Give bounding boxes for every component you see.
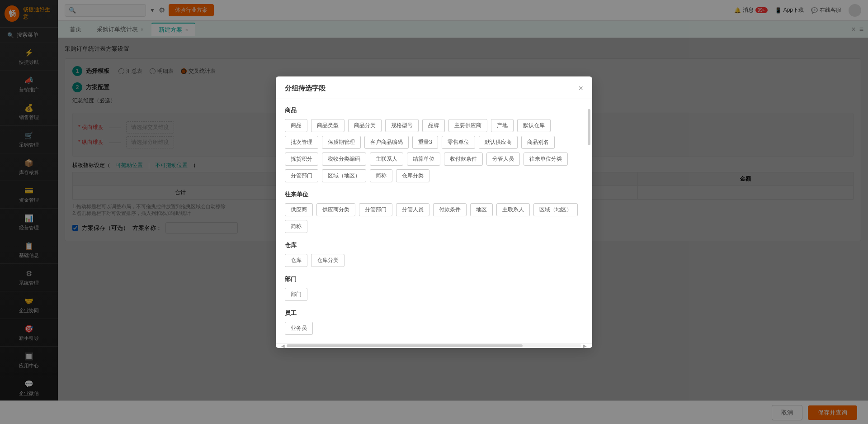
field-tag-0-24[interactable]: 简称 — [370, 169, 392, 182]
field-tag-1-4[interactable]: 付款条件 — [433, 203, 467, 216]
modal-title: 分组待选字段 — [285, 84, 326, 93]
field-group-0: 商品商品商品类型商品分类规格型号品牌主要供应商产地默认仓库批次管理保质期管理客户… — [285, 106, 583, 182]
field-tags-3: 部门 — [285, 288, 583, 301]
field-group-3: 部门部门 — [285, 275, 583, 301]
field-tags-4: 业务员 — [285, 322, 583, 335]
field-group-1: 往来单位供应商供应商分类分管部门分管人员付款条件地区主联系人区域（地区）简称 — [285, 191, 583, 233]
hscroll-track — [287, 344, 581, 347]
field-tag-0-15[interactable]: 拣货积分 — [285, 152, 318, 166]
field-tag-1-3[interactable]: 分管人员 — [396, 203, 429, 216]
field-tag-0-8[interactable]: 批次管理 — [285, 136, 318, 149]
field-tag-0-19[interactable]: 收付款条件 — [444, 152, 483, 166]
field-tag-0-25[interactable]: 仓库分类 — [396, 169, 429, 182]
field-tag-0-4[interactable]: 品牌 — [422, 119, 445, 132]
field-tag-1-7[interactable]: 区域（地区） — [533, 203, 578, 216]
field-tag-1-1[interactable]: 供应商分类 — [316, 203, 355, 216]
field-tag-2-1[interactable]: 仓库分类 — [311, 254, 344, 267]
field-group-title-1: 往来单位 — [285, 191, 583, 199]
field-tag-0-7[interactable]: 默认仓库 — [517, 119, 551, 132]
field-tag-0-12[interactable]: 零售单位 — [442, 136, 475, 149]
modal-scrollbar[interactable] — [588, 100, 590, 344]
field-tag-0-23[interactable]: 区域（地区） — [322, 169, 366, 182]
field-tag-0-6[interactable]: 产地 — [491, 119, 514, 132]
field-group-title-4: 员工 — [285, 309, 583, 317]
field-tag-0-17[interactable]: 主联系人 — [370, 152, 403, 166]
field-tags-0: 商品商品类型商品分类规格型号品牌主要供应商产地默认仓库批次管理保质期管理客户商品… — [285, 119, 583, 182]
field-tag-1-0[interactable]: 供应商 — [285, 203, 313, 216]
modal-header: 分组待选字段 × — [276, 76, 592, 99]
field-tag-2-0[interactable]: 仓库 — [285, 254, 307, 267]
modal-overlay: 分组待选字段 × 商品商品商品类型商品分类规格型号品牌主要供应商产地默认仓库批次… — [0, 0, 868, 424]
field-tags-2: 仓库仓库分类 — [285, 254, 583, 267]
modal-close-button[interactable]: × — [578, 84, 583, 93]
field-tag-4-0[interactable]: 业务员 — [285, 322, 313, 335]
field-group-title-2: 仓库 — [285, 241, 583, 249]
field-tag-0-14[interactable]: 商品别名 — [521, 136, 555, 149]
hscroll-thumb — [287, 344, 523, 347]
field-tag-0-0[interactable]: 商品 — [285, 119, 307, 132]
field-tag-0-21[interactable]: 往来单位分类 — [524, 152, 568, 166]
field-tag-0-5[interactable]: 主要供应商 — [448, 119, 487, 132]
field-group-title-3: 部门 — [285, 275, 583, 283]
modal: 分组待选字段 × 商品商品商品类型商品分类规格型号品牌主要供应商产地默认仓库批次… — [276, 76, 592, 348]
field-tag-1-5[interactable]: 地区 — [470, 203, 493, 216]
field-tag-3-0[interactable]: 部门 — [285, 288, 307, 301]
modal-scrollbar-thumb — [588, 109, 590, 145]
field-group-title-0: 商品 — [285, 106, 583, 114]
field-tag-0-2[interactable]: 商品分类 — [348, 119, 382, 132]
field-tag-0-20[interactable]: 分管人员 — [486, 152, 520, 166]
field-tag-1-6[interactable]: 主联系人 — [496, 203, 530, 216]
field-tag-0-18[interactable]: 结算单位 — [407, 152, 440, 166]
field-tag-0-3[interactable]: 规格型号 — [385, 119, 419, 132]
field-tag-1-8[interactable]: 简称 — [285, 220, 307, 233]
field-tag-0-10[interactable]: 客户商品编码 — [364, 136, 409, 149]
modal-hscroll[interactable]: ◀ ▶ — [276, 343, 592, 348]
field-tag-0-16[interactable]: 税收分类编码 — [322, 152, 366, 166]
field-tag-0-1[interactable]: 商品类型 — [311, 119, 344, 132]
field-tag-0-13[interactable]: 默认供应商 — [479, 136, 518, 149]
field-tag-0-22[interactable]: 分管部门 — [285, 169, 318, 182]
field-group-2: 仓库仓库仓库分类 — [285, 241, 583, 267]
field-tag-0-11[interactable]: 重量3 — [412, 136, 438, 149]
field-tags-1: 供应商供应商分类分管部门分管人员付款条件地区主联系人区域（地区）简称 — [285, 203, 583, 233]
modal-body: 商品商品商品类型商品分类规格型号品牌主要供应商产地默认仓库批次管理保质期管理客户… — [276, 99, 592, 343]
hscroll-left-arrow[interactable]: ◀ — [279, 343, 287, 348]
field-tag-0-9[interactable]: 保质期管理 — [322, 136, 361, 149]
field-tag-1-2[interactable]: 分管部门 — [359, 203, 392, 216]
field-group-4: 员工业务员 — [285, 309, 583, 335]
